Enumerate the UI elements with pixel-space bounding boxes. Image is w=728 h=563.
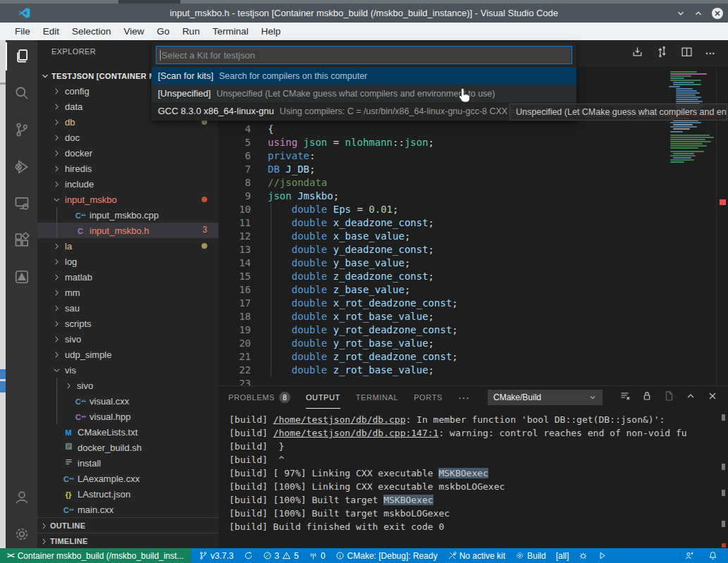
folder-input_mskbo[interactable]: input_mskbo	[37, 192, 218, 207]
folder-hiredis[interactable]: hiredis	[37, 161, 218, 176]
menu-view[interactable]: View	[118, 23, 151, 40]
status-item-build-target[interactable]: [all]	[553, 548, 573, 563]
file-CMakeLists.txt[interactable]: MCMakeLists.txt	[37, 424, 218, 440]
file-visual.cxx[interactable]: C++visual.cxx	[37, 393, 218, 409]
folder-scripts[interactable]: scripts	[37, 316, 218, 331]
folder-sivo[interactable]: sivo	[37, 378, 218, 393]
code-text: double z_rot_deadzone_const;	[268, 350, 458, 364]
panel-tab-output[interactable]: OUTPUT	[306, 386, 340, 409]
quick-pick-input[interactable]: Select a Kit for testjson	[156, 46, 572, 64]
build-download-icon[interactable]	[631, 46, 643, 61]
status-item-problems[interactable]: 35	[259, 548, 302, 563]
folder-matlab[interactable]: matlab	[37, 269, 218, 285]
file-input_mskbo.h[interactable]: Cinput_mskbo.h3	[37, 223, 218, 238]
file-main.cxx[interactable]: C++main.cxx	[37, 502, 218, 517]
tree-item-label: input_mskbo	[65, 194, 117, 205]
play-icon	[598, 551, 607, 560]
status-item-cmake-build[interactable]: Build	[512, 548, 550, 563]
more-actions-icon[interactable]: ···	[705, 48, 715, 59]
tree-item-label: main.cxx	[78, 505, 113, 515]
folder-doc[interactable]: doc	[37, 130, 218, 145]
folder-log[interactable]: log	[37, 254, 218, 269]
remote-indicator[interactable]: >< Container mskbo_build (/mskbo_build_i…	[0, 548, 191, 563]
menu-file[interactable]: File	[8, 23, 37, 40]
files-icon[interactable]	[6, 42, 37, 70]
remote-explorer-icon[interactable]	[6, 189, 37, 217]
folder-la[interactable]: la	[37, 238, 218, 254]
folder-vis[interactable]: vis	[37, 362, 218, 378]
panel-more-actions-icon[interactable]: ···	[458, 387, 470, 409]
menu-help[interactable]: Help	[254, 23, 287, 40]
status-item-active-kit[interactable]: No active kit	[444, 548, 509, 563]
file-icon-cmake: M	[62, 427, 75, 438]
switch-header-source-icon[interactable]	[656, 46, 668, 61]
editor-actions: ···	[631, 46, 715, 61]
menu-go[interactable]: Go	[151, 23, 176, 40]
git-branch-icon	[199, 551, 208, 560]
status-item-launch[interactable]	[594, 548, 610, 563]
outline-section[interactable]: OUTLINE	[37, 517, 218, 533]
code-line-17: 17 double x_rot_deadzone_const;	[218, 297, 712, 310]
file-LAstruct.json[interactable]: {}LAstruct.json	[37, 486, 218, 502]
code-text: double x_deadzone_const;	[268, 216, 434, 230]
folder-udp_simple[interactable]: udp_simple	[37, 347, 218, 362]
tree-item-label: visual.hpp	[90, 412, 131, 422]
file-input_mskbo.cpp[interactable]: C++input_mskbo.cpp	[37, 207, 218, 223]
panel-tab-problems[interactable]: PROBLEMS8	[228, 387, 290, 409]
folder-sau[interactable]: sau	[37, 300, 218, 316]
quick-pick-item[interactable]: [Unspecified]Unspecified (Let CMake gues…	[152, 85, 576, 102]
extensions-icon[interactable]	[6, 226, 37, 254]
close-icon[interactable]	[707, 390, 718, 404]
debug-icon[interactable]	[6, 153, 37, 181]
status-item-notifications[interactable]	[705, 548, 721, 563]
search-icon[interactable]	[6, 79, 37, 107]
file-docker_build.sh[interactable]: docker_build.sh	[37, 440, 218, 455]
minimize-button[interactable]	[674, 7, 687, 20]
code-text: double z_rot_base_value;	[268, 364, 434, 377]
gear-icon[interactable]	[6, 520, 37, 548]
output-file-icon[interactable]	[663, 390, 674, 404]
folder-docker[interactable]: docker	[37, 145, 218, 161]
file-link[interactable]: /home/testjson/db/db.cpp	[273, 414, 406, 425]
cmake-icon[interactable]	[6, 263, 37, 291]
code-line-15: 15 double z_deadzone_const;	[218, 270, 712, 283]
account-icon[interactable]	[6, 483, 37, 512]
close-button[interactable]	[711, 7, 724, 20]
clear-output-icon[interactable]	[619, 390, 631, 404]
file-LAexample.cxx[interactable]: C++LAexample.cxx	[37, 471, 218, 486]
menu-edit[interactable]: Edit	[37, 23, 66, 40]
status-item-cmake-status[interactable]: CMake: [Debug]: Ready	[332, 548, 441, 563]
chevron-up-icon[interactable]	[685, 390, 696, 404]
status-item-broadcast[interactable]: 0	[305, 548, 329, 563]
line-number: 13	[233, 243, 251, 256]
file-install[interactable]: install	[37, 455, 218, 471]
timeline-section[interactable]: TIMELINE	[37, 533, 218, 548]
source-control-icon[interactable]	[6, 116, 37, 144]
split-editor-icon[interactable]	[681, 46, 693, 61]
file-link[interactable]: /home/testjson/db/db.cpp:147:1	[273, 428, 439, 438]
folder-include[interactable]: include	[37, 176, 218, 192]
menu-terminal[interactable]: Terminal	[206, 23, 254, 40]
panel-tab-terminal[interactable]: TERMINAL	[356, 387, 398, 409]
file-visual.hpp[interactable]: C++visual.hpp	[37, 409, 218, 424]
folder-sivo[interactable]: sivo	[37, 331, 218, 347]
menu-run[interactable]: Run	[176, 23, 206, 40]
quick-pick-item[interactable]: [Scan for kits]Search for compilers on t…	[152, 67, 576, 85]
status-item-git-branch[interactable]: v3.7.3	[195, 548, 237, 563]
background-window-left	[0, 40, 6, 548]
tree-item-label: vis	[65, 365, 76, 376]
panel-tab-ports[interactable]: PORTS	[414, 387, 443, 409]
error-icon	[263, 551, 272, 560]
maximize-button[interactable]	[692, 7, 705, 20]
code-line-6: 6private:	[218, 149, 712, 163]
tree-item-label: matlab	[65, 272, 92, 283]
lock-icon[interactable]	[641, 390, 653, 404]
output-channel-select[interactable]: CMake/Build	[488, 390, 603, 405]
folder-mm[interactable]: mm	[37, 285, 218, 300]
status-item-sync[interactable]	[240, 548, 257, 563]
status-item-feedback[interactable]	[681, 548, 698, 563]
section-label: OUTLINE	[50, 521, 85, 530]
file-tree: configdatadbdocdockerhiredisincludeinput…	[37, 83, 218, 517]
menu-selection[interactable]: Selection	[66, 23, 118, 40]
status-item-debug[interactable]	[575, 548, 591, 563]
